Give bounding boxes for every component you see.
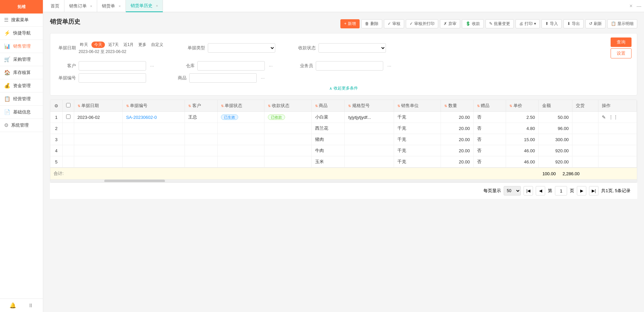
export-button[interactable]: ⬇ 导出 xyxy=(563,19,584,28)
col-checkbox[interactable] xyxy=(62,100,74,112)
tab-home[interactable]: 首页 xyxy=(46,0,64,12)
doc-type-select[interactable] xyxy=(208,43,275,53)
yesterday-btn[interactable]: 昨天 xyxy=(79,42,89,48)
today-btn[interactable]: 今天 xyxy=(91,42,105,48)
row-select-checkbox[interactable] xyxy=(66,114,71,119)
warehouse-dots-btn[interactable]: ··· xyxy=(269,63,273,69)
tab-sales-delivery[interactable]: 销货单 × xyxy=(97,0,125,12)
tab-sales-history-close[interactable]: × xyxy=(156,4,158,8)
audit-print-button[interactable]: ✓ 审核并打印 xyxy=(406,19,438,28)
customer-filter: 客户 ··· xyxy=(56,61,154,71)
tab-bar: 首页 销售订单 × 销货单 × 销货单历史 × × — xyxy=(43,0,644,12)
payment-status-select[interactable] xyxy=(318,43,386,53)
row-doc-date xyxy=(74,156,122,167)
window-close-icon[interactable]: × xyxy=(629,3,633,9)
row-qty: 20.00 xyxy=(441,123,474,134)
setting-button[interactable]: 设置 xyxy=(611,48,632,58)
sidebar-item-operations-mgmt[interactable]: 📋 经营管理 xyxy=(0,93,43,106)
page-number-input[interactable] xyxy=(555,186,567,196)
sidebar-item-basic-info[interactable]: 📄 基础信息 xyxy=(0,106,43,119)
table-row: 4 牛肉 千克 20.00 否 46.00 920.00 xyxy=(50,145,637,156)
query-button[interactable]: 查询 xyxy=(611,37,632,47)
row-checkbox[interactable] xyxy=(62,134,74,145)
import-button[interactable]: ⬆ 导入 xyxy=(541,19,562,28)
toolbar: + 新增 🗑 删除 ✓ 审核 ✓ 审核并打印 ✗ 弃审 xyxy=(340,19,637,28)
filter-row-3: 单据编号 商品 ··· xyxy=(56,73,632,83)
receive-button[interactable]: 💲 收款 xyxy=(462,19,484,28)
goods-dots-btn[interactable]: ··· xyxy=(261,75,265,81)
select-all-checkbox[interactable] xyxy=(66,103,71,107)
next-page-btn[interactable]: ▶ xyxy=(577,186,586,196)
last-page-btn[interactable]: ▶| xyxy=(589,186,598,196)
show-detail-button[interactable]: 📋 显示明细 xyxy=(607,19,637,28)
more-btn[interactable]: 更多 xyxy=(137,42,148,48)
row-unit-price: 46.00 xyxy=(506,156,539,167)
tab-sales-order-close[interactable]: × xyxy=(90,4,92,8)
salesperson-label: 业务员 xyxy=(293,63,313,69)
last7-btn[interactable]: 近7天 xyxy=(107,42,120,48)
warehouse-input[interactable] xyxy=(197,61,265,71)
row-checkbox[interactable] xyxy=(62,156,74,167)
prev-page-btn[interactable]: ◀ xyxy=(536,186,545,196)
pagination: 每页显示 50 20 100 |◀ ◀ 第 页 ▶ ▶| 共1页, 5条记录 xyxy=(50,182,637,199)
tab-sales-history[interactable]: 销货单历史 × xyxy=(126,0,163,12)
goods-input[interactable] xyxy=(189,73,257,83)
batch-change-button[interactable]: ✎ 批量变更 xyxy=(485,19,514,28)
page-size-select[interactable]: 50 20 100 xyxy=(504,186,521,196)
row-checkbox[interactable] xyxy=(62,123,74,134)
collapse-btn[interactable]: ∧ 收起更多条件 xyxy=(56,85,632,91)
edit-icon[interactable]: ✎ xyxy=(602,114,606,120)
window-minimize-icon[interactable]: — xyxy=(637,3,641,9)
sidebar-logo: 拓维 xyxy=(0,0,43,14)
row-qty: 20.00 xyxy=(441,145,474,156)
tab-sales-order[interactable]: 销售订单 × xyxy=(64,0,97,12)
sidebar-item-finance-mgmt[interactable]: 💰 资金管理 xyxy=(0,79,43,93)
doc-no-link[interactable]: SA-20230602-0 xyxy=(126,115,157,120)
sidebar-item-search-menu[interactable]: ☰ 搜索菜单 xyxy=(0,14,43,27)
sidebar-item-system-mgmt[interactable]: ⚙ 系统管理 xyxy=(0,119,43,132)
sort-icon: ⇅ xyxy=(397,104,400,108)
sidebar-item-quick-nav[interactable]: ⚡ 快捷导航 xyxy=(0,27,43,40)
salesperson-input[interactable] xyxy=(316,61,383,71)
sidebar-item-sales-mgmt[interactable]: 📊 销售管理 xyxy=(0,40,43,53)
sidebar-item-label: 库存核算 xyxy=(13,70,31,76)
refresh-button[interactable]: ↺ 刷新 xyxy=(585,19,606,28)
add-button[interactable]: + 新增 xyxy=(340,19,360,28)
last1m-btn[interactable]: 近1月 xyxy=(122,42,135,48)
more-icon[interactable]: ⋮⋮ xyxy=(609,114,618,120)
main-area: 首页 销售订单 × 销货单 × 销货单历史 × × — 销货单历史 + 新增 xyxy=(43,0,644,312)
warehouse-label: 仓库 xyxy=(174,63,195,69)
doc-no-label: 单据编号 xyxy=(56,75,76,81)
table-row: 1 2023-06-02 SA-20230602-0 王总 已生效 已收款 小白… xyxy=(50,112,637,123)
custom-btn[interactable]: 自定义 xyxy=(150,42,165,48)
col-unit-price: ⇅ 单价 xyxy=(506,100,539,112)
print-button[interactable]: 🖨 打印 ▾ xyxy=(515,19,540,28)
doc-no-input[interactable] xyxy=(79,73,146,83)
operations-mgmt-icon: 📋 xyxy=(4,96,10,102)
audit-button[interactable]: ✓ 审核 xyxy=(384,19,404,28)
row-payment-status xyxy=(264,156,311,167)
col-goods: ⇅ 商品 xyxy=(311,100,345,112)
bell-icon[interactable]: 🔔 xyxy=(9,302,16,309)
tab-sales-delivery-close[interactable]: × xyxy=(118,4,120,8)
filter-action-btns: 查询 设置 xyxy=(611,37,632,58)
abandon-icon: ✗ xyxy=(444,21,447,26)
horizontal-scrollbar[interactable] xyxy=(50,179,637,182)
col-settings[interactable]: ⚙ xyxy=(50,100,62,112)
pause-icon[interactable]: ⏸ xyxy=(28,303,33,309)
customer-dots-btn[interactable]: ··· xyxy=(150,63,154,69)
sort-icon: ⇅ xyxy=(348,104,351,108)
first-page-btn[interactable]: |◀ xyxy=(524,186,533,196)
row-checkbox[interactable] xyxy=(62,112,74,123)
salesperson-dots-btn[interactable]: ··· xyxy=(387,63,391,69)
row-checkbox[interactable] xyxy=(62,145,74,156)
customer-input[interactable] xyxy=(79,61,146,71)
row-num: 5 xyxy=(50,156,62,167)
doc-type-label: 单据类型 xyxy=(185,45,205,51)
abandon-button[interactable]: ✗ 弃审 xyxy=(440,19,460,28)
sidebar-item-purchase-mgmt[interactable]: 🛒 采购管理 xyxy=(0,53,43,66)
quick-nav-icon: ⚡ xyxy=(4,30,10,36)
delete-button[interactable]: 🗑 删除 xyxy=(361,19,382,28)
scrollbar-thumb[interactable] xyxy=(104,180,165,182)
sidebar-item-inventory[interactable]: 🏠 库存核算 xyxy=(0,66,43,79)
